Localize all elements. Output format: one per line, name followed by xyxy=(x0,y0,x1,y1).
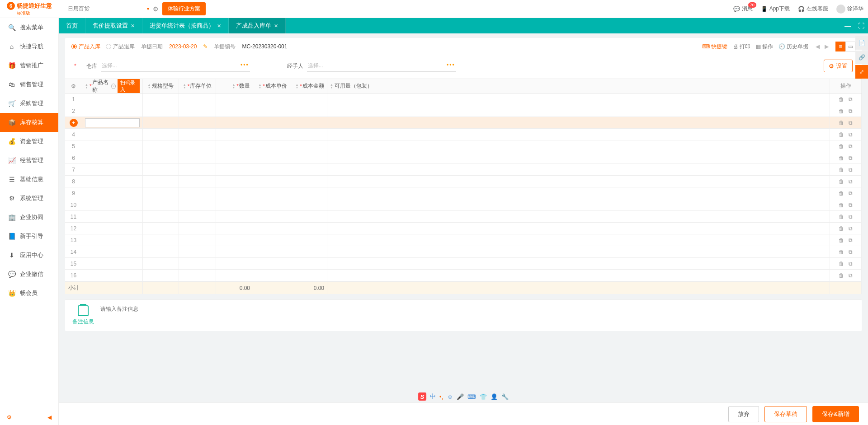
ime-mic-icon[interactable]: 🎤 xyxy=(457,393,464,400)
table-row[interactable]: 5🗑⧉ xyxy=(65,140,862,152)
product-name-input[interactable] xyxy=(85,118,140,127)
app-download-button[interactable]: 📱 App下载 xyxy=(761,5,790,13)
sidebar-item-4[interactable]: 🛒采购管理 xyxy=(0,94,58,113)
warehouse-picker[interactable]: 选择... ••• xyxy=(101,60,250,72)
support-button[interactable]: 🎧 在线客服 xyxy=(798,5,828,13)
operate-button[interactable]: ▦操作 xyxy=(756,43,773,51)
copy-row-icon[interactable]: ⧉ xyxy=(849,131,853,138)
print-button[interactable]: 🖨打印 xyxy=(733,43,750,51)
col-product-name[interactable]: ▲▼*产品名称?扫码录入 xyxy=(82,79,143,93)
col-unit[interactable]: ▲▼*库存单位 xyxy=(179,79,216,93)
sidebar-item-11[interactable]: 📘新手引导 xyxy=(0,227,58,246)
sidebar-item-3[interactable]: 🛍销售管理 xyxy=(0,75,58,94)
prev-doc-button[interactable]: ◀ xyxy=(814,43,821,50)
sidebar-item-6[interactable]: 💰资金管理 xyxy=(0,132,58,151)
sidebar-settings-icon[interactable]: ⚙ xyxy=(7,414,12,420)
delete-row-icon[interactable]: 🗑 xyxy=(839,225,844,232)
radio-product-out[interactable]: 产品退库 xyxy=(106,43,135,51)
discard-button[interactable]: 放弃 xyxy=(728,406,759,422)
delete-row-icon[interactable]: 🗑 xyxy=(839,108,844,114)
view-list-button[interactable]: ≡ xyxy=(835,42,845,51)
copy-row-icon[interactable]: ⧉ xyxy=(849,167,853,173)
close-icon[interactable]: ✕ xyxy=(274,23,278,29)
delete-row-icon[interactable]: 🗑 xyxy=(839,237,844,243)
copy-row-icon[interactable]: ⧉ xyxy=(849,108,853,114)
view-card-button[interactable]: ▭ xyxy=(845,42,855,51)
copy-row-icon[interactable]: ⧉ xyxy=(849,202,853,208)
copy-row-icon[interactable]: ⧉ xyxy=(849,272,853,279)
copy-row-icon[interactable]: ⧉ xyxy=(849,96,853,103)
table-row[interactable]: 7🗑⧉ xyxy=(65,164,862,176)
tab-1[interactable]: 售价提取设置✕ xyxy=(85,18,142,33)
tab-minimize-button[interactable]: — xyxy=(841,22,854,29)
rail-link-button[interactable]: 🔗 xyxy=(855,51,868,64)
copy-row-icon[interactable]: ⧉ xyxy=(849,225,853,232)
history-button[interactable]: 🕘历史单据 xyxy=(778,43,808,51)
tab-2[interactable]: 进货单统计表（按商品）✕ xyxy=(142,18,229,33)
save-new-button[interactable]: 保存&新增 xyxy=(812,406,859,422)
sidebar-item-7[interactable]: 📈经营管理 xyxy=(0,151,58,170)
sidebar-item-10[interactable]: 🏢企业协同 xyxy=(0,208,58,227)
table-row[interactable]: 11🗑⧉ xyxy=(65,211,862,223)
shortcut-button[interactable]: ⌨快捷键 xyxy=(702,43,727,51)
copy-row-icon[interactable]: ⧉ xyxy=(849,249,853,255)
close-icon[interactable]: ✕ xyxy=(131,23,135,29)
sidebar-item-1[interactable]: ⌂快捷导航 xyxy=(0,37,58,56)
table-row[interactable]: 8🗑⧉ xyxy=(65,176,862,187)
copy-row-icon[interactable]: ⧉ xyxy=(849,237,853,243)
sidebar-item-8[interactable]: ☰基础信息 xyxy=(0,170,58,189)
user-menu[interactable]: 徐泽华 xyxy=(836,5,863,14)
ime-smile-icon[interactable]: ☺ xyxy=(447,393,453,400)
table-row[interactable]: 2🗑⧉ xyxy=(65,105,862,117)
delete-row-icon[interactable]: 🗑 xyxy=(839,120,844,126)
industry-plan-button[interactable]: 体验行业方案 xyxy=(162,2,206,15)
copy-row-icon[interactable]: ⧉ xyxy=(849,190,853,196)
sidebar-item-2[interactable]: 🎁营销推广 xyxy=(0,56,58,75)
table-row[interactable]: 13🗑⧉ xyxy=(65,234,862,246)
sidebar-item-0[interactable]: 🔍搜索菜单 xyxy=(0,18,58,37)
messages-button[interactable]: 💬 消息 70 xyxy=(733,5,753,13)
table-row[interactable]: 6🗑⧉ xyxy=(65,152,862,164)
add-row-icon[interactable]: + xyxy=(70,119,78,127)
save-draft-button[interactable]: 保存草稿 xyxy=(764,406,807,422)
table-row[interactable]: 14🗑⧉ xyxy=(65,246,862,258)
copy-row-icon[interactable]: ⧉ xyxy=(849,178,853,185)
company-selector[interactable]: 日用百货 ▾ xyxy=(68,5,149,13)
sidebar-item-5[interactable]: 📦库存核算 xyxy=(0,113,58,132)
sidebar-item-9[interactable]: ⚙系统管理 xyxy=(0,189,58,208)
ime-keyboard-icon[interactable]: ⌨ xyxy=(467,393,476,400)
copy-row-icon[interactable]: ⧉ xyxy=(849,214,853,220)
table-row[interactable]: 1🗑⧉ xyxy=(65,93,862,105)
copy-row-icon[interactable]: ⧉ xyxy=(849,143,853,149)
ime-dot-icon[interactable]: •ˌ xyxy=(439,393,443,400)
next-doc-button[interactable]: ▶ xyxy=(823,43,830,50)
table-row[interactable]: 10🗑⧉ xyxy=(65,199,862,211)
ime-lang[interactable]: 中 xyxy=(430,392,436,401)
delete-row-icon[interactable]: 🗑 xyxy=(839,155,844,161)
sidebar-collapse-icon[interactable]: ◀ xyxy=(47,414,52,420)
copy-row-icon[interactable]: ⧉ xyxy=(849,261,853,267)
col-amount[interactable]: ▲▼*成本金额 xyxy=(290,79,327,93)
settings-button[interactable]: ⚙ 设置 xyxy=(824,60,853,72)
delete-row-icon[interactable]: 🗑 xyxy=(839,272,844,279)
sidebar-item-12[interactable]: ⬇应用中心 xyxy=(0,246,58,265)
sidebar-item-14[interactable]: 👑畅会员 xyxy=(0,284,58,303)
tab-0[interactable]: 首页 xyxy=(59,18,85,33)
delete-row-icon[interactable]: 🗑 xyxy=(839,167,844,173)
table-row[interactable]: 15🗑⧉ xyxy=(65,258,862,270)
delete-row-icon[interactable]: 🗑 xyxy=(839,214,844,220)
close-icon[interactable]: ✕ xyxy=(217,23,221,29)
rail-expand-button[interactable]: ⤢ xyxy=(855,65,868,79)
company-settings-icon[interactable]: ⚙ xyxy=(153,5,159,13)
remark-input[interactable] xyxy=(100,305,854,323)
delete-row-icon[interactable]: 🗑 xyxy=(839,261,844,267)
delete-row-icon[interactable]: 🗑 xyxy=(839,143,844,149)
ime-user-icon[interactable]: 👤 xyxy=(491,393,498,400)
help-icon[interactable]: ? xyxy=(111,84,116,89)
tab-expand-button[interactable]: ⛶ xyxy=(854,22,868,29)
table-row[interactable]: +🗑⧉ xyxy=(65,117,862,129)
delete-row-icon[interactable]: 🗑 xyxy=(839,178,844,185)
col-price[interactable]: ▲▼*成本单价 xyxy=(253,79,290,93)
edit-date-icon[interactable]: ✎ xyxy=(203,43,208,50)
table-row[interactable]: 4🗑⧉ xyxy=(65,129,862,140)
